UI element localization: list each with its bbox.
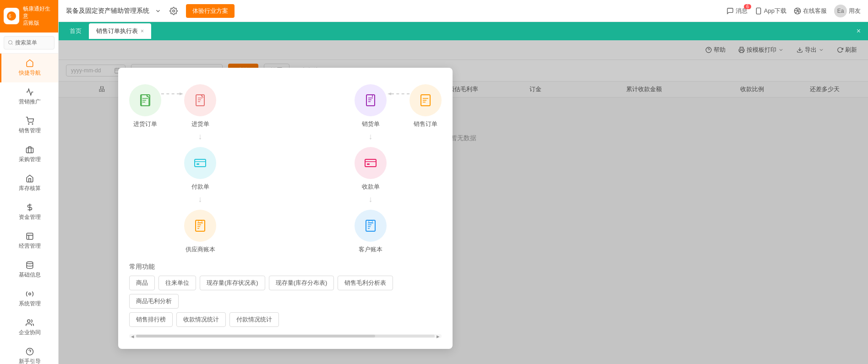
function-buttons-row1: 商品 往来单位 现存量(库存状况表) 现存量(库存分布表) 销售毛利分析表 商品… bbox=[129, 276, 442, 309]
logo-text: 畅康通好生意 店账版 bbox=[23, 5, 55, 27]
flow-dialog: 进货订单 bbox=[118, 68, 453, 349]
svg-line-3 bbox=[11, 44, 12, 45]
sidebar-search-area: 搜索菜单 bbox=[0, 33, 58, 54]
app-download-button[interactable]: App下载 bbox=[755, 7, 786, 15]
flow-node-sales-bill[interactable]: 销货单 bbox=[355, 84, 387, 128]
trial-button[interactable]: 体验行业方案 bbox=[186, 4, 235, 18]
search-menu-button[interactable]: 搜索菜单 bbox=[4, 36, 55, 49]
svg-point-11 bbox=[27, 320, 30, 322]
flow-node-receipt[interactable]: 收款单 bbox=[355, 147, 387, 191]
svg-rect-36 bbox=[367, 163, 370, 165]
func-btn-sales-rank[interactable]: 销售排行榜 bbox=[129, 312, 173, 327]
sidebar-item-purchase[interactable]: 采购管理 bbox=[0, 140, 58, 169]
common-functions-section: 常用功能 商品 往来单位 现存量(库存状况表) 现存量(库存分布表) 销售毛利分… bbox=[129, 263, 442, 327]
svg-point-9 bbox=[27, 261, 33, 264]
svg-text:6: 6 bbox=[9, 14, 11, 19]
main-content: 装备及固定资产辅助管理系统 体验行业方案 消息 6 App下载 bbox=[59, 0, 868, 364]
func-btn-sales-gross[interactable]: 销售毛利分析表 bbox=[338, 276, 393, 290]
func-btn-product-gross[interactable]: 商品毛利分析 bbox=[129, 294, 179, 309]
common-functions-title: 常用功能 bbox=[129, 263, 442, 271]
topbar-actions: 消息 6 App下载 在线客服 Ea 用友 bbox=[726, 5, 861, 17]
svg-marker-39 bbox=[388, 92, 391, 95]
svg-marker-27 bbox=[180, 92, 183, 95]
flow-node-customer-ledger[interactable]: 客户账本 bbox=[355, 210, 387, 254]
flow-node-purchase-order[interactable]: 进货订单 bbox=[129, 84, 161, 128]
svg-rect-15 bbox=[756, 8, 760, 14]
svg-point-0 bbox=[7, 11, 16, 21]
flow-node-sales-order[interactable]: 销售订单 bbox=[409, 84, 442, 128]
dialog-scrollbar[interactable]: ◂ ▸ bbox=[129, 334, 442, 338]
sidebar-logo: 6 畅康通好生意 店账版 bbox=[0, 0, 58, 33]
sidebar-item-inventory[interactable]: 库存核算 bbox=[0, 169, 58, 198]
func-btn-stock-status[interactable]: 现存量(库存状况表) bbox=[200, 276, 265, 290]
scrollbar-right-arrow[interactable]: ▸ bbox=[435, 333, 442, 340]
flow-node-supplier-ledger[interactable]: 供应商账本 bbox=[184, 210, 216, 254]
svg-rect-35 bbox=[365, 159, 376, 167]
logo-icon: 6 bbox=[4, 8, 19, 24]
system-title-dropdown[interactable] bbox=[155, 8, 161, 14]
svg-point-14 bbox=[173, 10, 175, 12]
sidebar: 6 畅康通好生意 店账版 搜索菜单 快捷导航 营销推广 bbox=[0, 0, 59, 364]
sidebar-item-marketing[interactable]: 营销推广 bbox=[0, 82, 58, 111]
sidebar-item-enterprise[interactable]: 企业协同 bbox=[0, 313, 58, 342]
svg-point-4 bbox=[28, 124, 29, 125]
scrollbar-thumb[interactable] bbox=[136, 335, 375, 337]
func-btn-stock-dist[interactable]: 现存量(库存分布表) bbox=[269, 276, 334, 290]
sidebar-nav: 快捷导航 营销推广 销售管理 采购管理 库存核算 资金管理 bbox=[0, 54, 58, 364]
svg-rect-29 bbox=[195, 159, 206, 167]
sidebar-item-newbie[interactable]: 新手引导 bbox=[0, 342, 58, 364]
sidebar-item-operations[interactable]: 经营管理 bbox=[0, 227, 58, 255]
avatar: Ea bbox=[834, 5, 847, 17]
message-button[interactable]: 消息 6 bbox=[726, 7, 748, 15]
close-all-tabs-button[interactable]: × bbox=[853, 25, 864, 37]
func-btn-product[interactable]: 商品 bbox=[129, 276, 155, 290]
user-menu-button[interactable]: Ea 用友 bbox=[834, 5, 861, 17]
svg-rect-38 bbox=[369, 221, 372, 223]
page-content: 帮助 按模板打印 导出 刷新 bbox=[59, 40, 868, 364]
tabbar: 首页 销售订单执行表 × × bbox=[59, 22, 868, 40]
sidebar-item-system[interactable]: 系统管理 bbox=[0, 284, 58, 313]
svg-rect-28 bbox=[196, 95, 204, 106]
flow-node-payment[interactable]: ¥ 付款单 bbox=[184, 147, 216, 191]
tab-close-button[interactable]: × bbox=[141, 28, 144, 34]
system-title: 装备及固定资产辅助管理系统 bbox=[66, 7, 149, 15]
sidebar-item-base[interactable]: 基础信息 bbox=[0, 255, 58, 284]
svg-rect-33 bbox=[198, 221, 202, 223]
svg-point-2 bbox=[9, 41, 12, 44]
svg-point-10 bbox=[29, 293, 31, 295]
sidebar-item-quick-nav[interactable]: 快捷导航 bbox=[0, 54, 58, 82]
svg-rect-8 bbox=[27, 233, 33, 239]
online-service-button[interactable]: 在线客服 bbox=[794, 7, 827, 15]
tab-sales-order-exec[interactable]: 销售订单执行表 × bbox=[89, 23, 151, 39]
function-buttons-row2: 销售排行榜 收款情况统计 付款情况统计 bbox=[129, 312, 442, 327]
topbar: 装备及固定资产辅助管理系统 体验行业方案 消息 6 App下载 bbox=[59, 0, 868, 22]
func-btn-payment-stats[interactable]: 付款情况统计 bbox=[229, 312, 279, 327]
svg-rect-34 bbox=[366, 95, 375, 106]
svg-point-5 bbox=[32, 124, 33, 125]
func-btn-counterparty[interactable]: 往来单位 bbox=[158, 276, 196, 290]
tab-home[interactable]: 首页 bbox=[62, 23, 89, 39]
message-badge: 6 bbox=[744, 4, 751, 9]
sidebar-item-finance[interactable]: 资金管理 bbox=[0, 198, 58, 227]
svg-rect-6 bbox=[27, 148, 33, 153]
flow-node-purchase-bill[interactable]: 进货单 bbox=[184, 84, 216, 128]
sidebar-item-sales[interactable]: 销售管理 bbox=[0, 111, 58, 140]
scrollbar-track[interactable] bbox=[136, 335, 435, 337]
settings-button[interactable] bbox=[167, 4, 180, 18]
func-btn-receipt-stats[interactable]: 收款情况统计 bbox=[176, 312, 226, 327]
scrollbar-left-arrow[interactable]: ◂ bbox=[129, 333, 136, 340]
